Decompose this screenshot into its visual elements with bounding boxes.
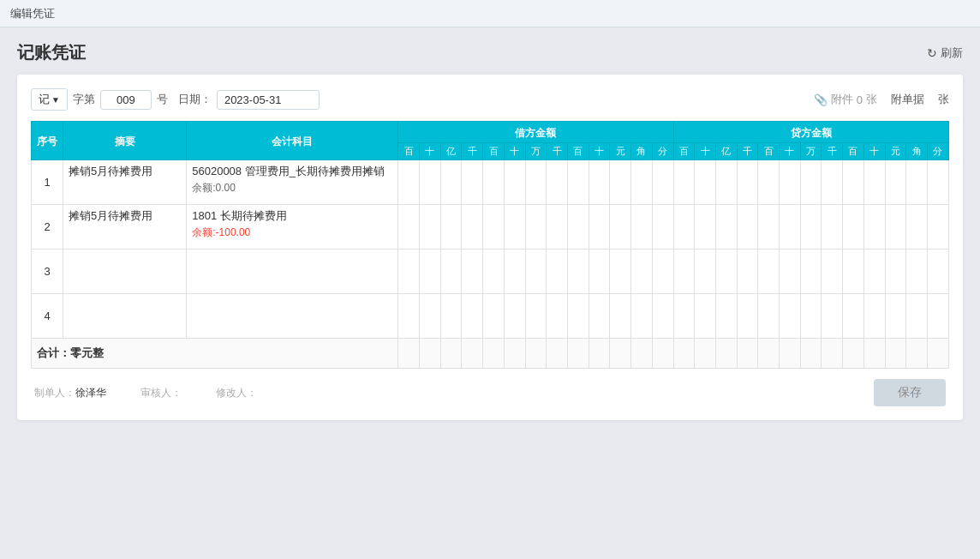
row-3-credit-13[interactable] xyxy=(927,249,948,294)
row-4-debit-4[interactable] xyxy=(462,294,483,339)
row-4-debit-1[interactable] xyxy=(398,294,420,339)
row-3-debit-5[interactable] xyxy=(483,249,505,294)
row-2-credit-11[interactable] xyxy=(885,205,906,249)
row-1-debit-8[interactable] xyxy=(547,160,568,205)
row-1-credit-12[interactable] xyxy=(906,160,928,205)
row-1-debit-3[interactable] xyxy=(440,160,462,205)
row-2-credit-9[interactable] xyxy=(843,205,864,249)
row-4-credit-9[interactable] xyxy=(843,294,864,339)
save-button[interactable]: 保存 xyxy=(874,379,946,406)
row-3-debit-9[interactable] xyxy=(568,249,589,294)
row-1-debit-5[interactable] xyxy=(483,160,505,205)
row-account-2[interactable]: 1801 长期待摊费用余额:-100.00 xyxy=(187,205,398,249)
row-4-credit-4[interactable] xyxy=(737,294,758,339)
row-4-debit-10[interactable] xyxy=(589,294,610,339)
table-row[interactable]: 1摊销5月待摊费用56020008 管理费用_长期待摊费用摊销余额:0.00 xyxy=(32,160,949,205)
row-3-credit-3[interactable] xyxy=(715,249,737,294)
row-4-credit-7[interactable] xyxy=(800,294,822,339)
row-3-credit-8[interactable] xyxy=(822,249,843,294)
row-1-debit-4[interactable] xyxy=(462,160,483,205)
row-4-credit-3[interactable] xyxy=(715,294,737,339)
attachment-link[interactable]: 📎 附件 0 张 xyxy=(814,92,877,107)
row-1-credit-10[interactable] xyxy=(863,160,885,205)
row-1-credit-8[interactable] xyxy=(822,160,843,205)
row-1-debit-9[interactable] xyxy=(568,160,589,205)
row-2-debit-7[interactable] xyxy=(525,205,547,249)
row-3-debit-1[interactable] xyxy=(398,249,420,294)
row-4-credit-11[interactable] xyxy=(885,294,906,339)
row-4-credit-5[interactable] xyxy=(758,294,780,339)
row-1-debit-1[interactable] xyxy=(398,160,420,205)
row-1-credit-1[interactable] xyxy=(673,160,695,205)
row-1-debit-11[interactable] xyxy=(610,160,631,205)
row-4-debit-7[interactable] xyxy=(525,294,547,339)
row-4-credit-12[interactable] xyxy=(906,294,928,339)
row-3-debit-7[interactable] xyxy=(525,249,547,294)
row-summary-3[interactable] xyxy=(63,249,187,294)
row-1-credit-9[interactable] xyxy=(843,160,864,205)
row-1-debit-13[interactable] xyxy=(652,160,673,205)
row-3-debit-8[interactable] xyxy=(547,249,568,294)
row-account-4[interactable] xyxy=(187,294,398,339)
row-summary-2[interactable]: 摊销5月待摊费用 xyxy=(63,205,187,249)
row-3-credit-9[interactable] xyxy=(843,249,864,294)
row-1-debit-2[interactable] xyxy=(420,160,441,205)
row-account-1[interactable]: 56020008 管理费用_长期待摊费用摊销余额:0.00 xyxy=(187,160,398,205)
row-summary-1[interactable]: 摊销5月待摊费用 xyxy=(63,160,187,205)
row-3-credit-5[interactable] xyxy=(758,249,780,294)
row-3-debit-3[interactable] xyxy=(440,249,462,294)
row-3-credit-6[interactable] xyxy=(780,249,801,294)
row-4-debit-5[interactable] xyxy=(483,294,505,339)
voucher-number-input[interactable] xyxy=(100,90,152,110)
row-summary-4[interactable] xyxy=(63,294,187,339)
table-row[interactable]: 3 xyxy=(32,249,949,294)
row-3-debit-12[interactable] xyxy=(631,249,653,294)
row-1-credit-4[interactable] xyxy=(737,160,758,205)
row-2-credit-3[interactable] xyxy=(715,205,737,249)
row-1-debit-6[interactable] xyxy=(504,160,525,205)
row-2-credit-2[interactable] xyxy=(695,205,716,249)
row-1-credit-11[interactable] xyxy=(885,160,906,205)
row-2-credit-13[interactable] xyxy=(927,205,948,249)
row-2-debit-12[interactable] xyxy=(631,205,653,249)
row-2-debit-4[interactable] xyxy=(462,205,483,249)
row-3-credit-10[interactable] xyxy=(863,249,885,294)
row-3-debit-4[interactable] xyxy=(462,249,483,294)
row-2-debit-8[interactable] xyxy=(547,205,568,249)
row-1-credit-13[interactable] xyxy=(927,160,948,205)
row-4-debit-9[interactable] xyxy=(568,294,589,339)
row-2-debit-1[interactable] xyxy=(398,205,420,249)
refresh-button[interactable]: ↻ 刷新 xyxy=(927,45,963,61)
row-2-debit-9[interactable] xyxy=(568,205,589,249)
row-3-debit-11[interactable] xyxy=(610,249,631,294)
row-1-credit-5[interactable] xyxy=(758,160,780,205)
row-1-debit-7[interactable] xyxy=(525,160,547,205)
row-4-credit-1[interactable] xyxy=(673,294,695,339)
row-1-credit-7[interactable] xyxy=(800,160,822,205)
row-2-credit-6[interactable] xyxy=(780,205,801,249)
row-3-credit-4[interactable] xyxy=(737,249,758,294)
doc-button[interactable]: 附单据 xyxy=(891,92,924,107)
row-4-credit-2[interactable] xyxy=(695,294,716,339)
row-3-debit-2[interactable] xyxy=(420,249,441,294)
row-2-credit-1[interactable] xyxy=(673,205,695,249)
row-1-credit-2[interactable] xyxy=(695,160,716,205)
row-3-credit-11[interactable] xyxy=(885,249,906,294)
row-4-debit-6[interactable] xyxy=(504,294,525,339)
row-2-debit-11[interactable] xyxy=(610,205,631,249)
row-1-debit-12[interactable] xyxy=(631,160,653,205)
row-3-credit-12[interactable] xyxy=(906,249,928,294)
row-2-debit-10[interactable] xyxy=(589,205,610,249)
voucher-type-dropdown[interactable]: 记 ▼ xyxy=(31,88,68,111)
row-2-debit-3[interactable] xyxy=(440,205,462,249)
row-3-debit-6[interactable] xyxy=(504,249,525,294)
row-4-debit-13[interactable] xyxy=(652,294,673,339)
row-2-debit-5[interactable] xyxy=(483,205,505,249)
row-4-debit-2[interactable] xyxy=(420,294,441,339)
row-4-credit-8[interactable] xyxy=(822,294,843,339)
row-2-credit-8[interactable] xyxy=(822,205,843,249)
row-3-credit-1[interactable] xyxy=(673,249,695,294)
row-4-credit-6[interactable] xyxy=(780,294,801,339)
row-2-debit-2[interactable] xyxy=(420,205,441,249)
row-1-credit-6[interactable] xyxy=(780,160,801,205)
